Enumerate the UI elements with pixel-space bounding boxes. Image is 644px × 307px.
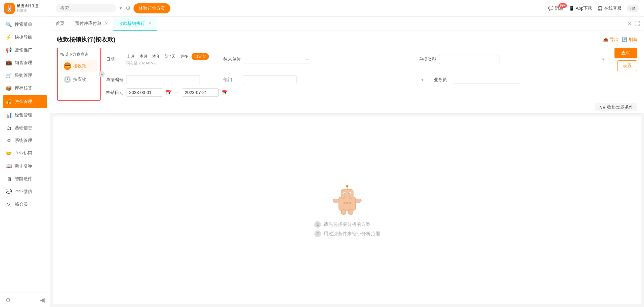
sidebar-item-label: 经营管理: [15, 112, 32, 118]
service-button[interactable]: 🎧 在线客服: [597, 5, 622, 11]
dept-chevron-icon: ▼: [421, 78, 424, 82]
close-all-tabs-icon[interactable]: ✕: [628, 20, 632, 27]
verify-date-end-input[interactable]: [182, 88, 219, 97]
dept-label: 部门: [223, 77, 240, 83]
svg-rect-6: [345, 198, 349, 199]
sidebar-item-label: 库存核算: [15, 85, 32, 91]
query-option-by-receivable[interactable]: 🕐 按应收: [60, 73, 97, 86]
filter-row-actions: 查询 设置: [614, 48, 637, 71]
doc-no-filter-group: 单据编号: [106, 75, 217, 84]
query-option-receipt-label: 按收款: [73, 63, 86, 69]
collapse-more-bar: ∧∧ 收起更多条件: [50, 101, 644, 114]
partner-filter-group: 往来单位 ···: [223, 55, 412, 63]
sidebar-menu: 🔍 搜索菜单 ⚡ 快捷导航 📢 营销推广 💼 销售管理 🛒 采购管理 📦 库存核…: [0, 17, 50, 293]
date-last-month[interactable]: 上月: [125, 53, 136, 60]
message-button[interactable]: 💬 消息 99+: [548, 5, 564, 11]
app-download-button[interactable]: 📱 App下载: [569, 5, 592, 11]
receivable-icon: 🕐: [64, 76, 71, 83]
empty-hints: 1 请先选择要分析的方案 2 用过滤条件来缩小分析范围: [314, 221, 380, 237]
verify-date-start-input[interactable]: [126, 88, 163, 97]
sidebar-item-system[interactable]: ⚙ 系统管理: [0, 134, 50, 147]
query-option-by-receipt[interactable]: 💳 按收款: [60, 60, 97, 72]
sidebar-item-hardware[interactable]: 🖥 智能硬件: [0, 172, 50, 185]
sidebar-collapse-arrow[interactable]: »: [99, 71, 105, 77]
empty-state: 1 请先选择要分析的方案 2 用过滤条件来缩小分析范围: [53, 116, 641, 304]
sidebar-item-basic[interactable]: 🗂 基础信息: [0, 121, 50, 134]
sidebar-item-inventory[interactable]: 📦 库存核算: [0, 82, 50, 95]
marketing-icon: 📢: [5, 47, 12, 53]
topbar-dropdown-arrow[interactable]: ▼: [119, 6, 123, 11]
sidebar-item-search[interactable]: 🔍 搜索菜单: [0, 18, 50, 31]
svg-point-13: [343, 202, 345, 204]
sidebar-item-finance[interactable]: 💰 资金管理: [3, 95, 47, 108]
export-button[interactable]: 📤 导出: [603, 37, 619, 43]
filter-row-2: 单据编号 部门 ▼ 业务员 ···: [106, 75, 637, 84]
sidebar-item-quick[interactable]: ⚡ 快捷导航: [0, 31, 50, 44]
svg-rect-10: [348, 210, 353, 214]
guide-icon: 📖: [5, 163, 12, 169]
sidebar-item-label: 快捷导航: [15, 34, 32, 40]
user-label: Rit: [630, 6, 635, 11]
inventory-icon: 📦: [5, 85, 12, 91]
tab-prepay[interactable]: 预付冲应付单 ✕: [70, 17, 113, 31]
svg-point-5: [349, 193, 351, 194]
tab-prepay-close-icon[interactable]: ✕: [105, 21, 108, 26]
sidebar-item-marketing[interactable]: 📢 营销推广: [0, 44, 50, 56]
sidebar-item-label: 智能硬件: [15, 176, 32, 182]
doc-type-select[interactable]: [439, 55, 499, 64]
refresh-icon: 🔄: [622, 37, 627, 42]
page-title: 收款核销执行(按收款): [57, 36, 115, 44]
tab-receipt[interactable]: 收款核销执行 ✕: [113, 17, 157, 31]
doc-type-filter-group: 单据类型 ▼: [419, 55, 608, 64]
verify-date-end-cal-icon[interactable]: 📅: [221, 90, 228, 96]
date-this-month[interactable]: 本月: [138, 53, 149, 60]
app-label: App下载: [576, 5, 592, 11]
dept-select[interactable]: [243, 75, 297, 84]
svg-rect-7: [333, 199, 339, 202]
search-icon: 🔍: [5, 21, 12, 28]
filter-row-3: 核销日期 📅 — 📅: [106, 88, 637, 97]
sidebar-item-label: 企业微信: [15, 189, 32, 195]
date-7days[interactable]: 近7天: [164, 53, 177, 60]
doc-no-label: 单据编号: [106, 77, 123, 83]
sidebar-item-purchase[interactable]: 🛒 采购管理: [0, 69, 50, 82]
settings-gear-icon[interactable]: ⚙: [5, 296, 11, 304]
topbar-search-input[interactable]: [56, 4, 116, 12]
svg-point-4: [344, 193, 345, 194]
tab-home[interactable]: 首页: [50, 17, 70, 31]
sidebar-item-member[interactable]: V 畅会员: [0, 198, 50, 211]
query-button[interactable]: 查询: [614, 48, 637, 58]
setting-button[interactable]: 设置: [617, 60, 637, 71]
query-sidebar-title: 按以下方案查询: [60, 52, 97, 57]
partner-input[interactable]: ···: [244, 55, 311, 63]
sidebar-item-operation[interactable]: 📊 经营管理: [0, 109, 50, 121]
verify-date-dash: —: [175, 90, 179, 95]
purchase-icon: 🛒: [5, 72, 12, 79]
collapse-more-arrow-icon: ∧∧: [599, 105, 606, 110]
date-more[interactable]: 更多: [179, 53, 190, 60]
sidebar-item-guide[interactable]: 📖 新手引导: [0, 160, 50, 172]
operation-icon: 📊: [5, 112, 12, 118]
doc-no-input[interactable]: [126, 75, 200, 84]
sidebar-item-label: 营销推广: [15, 47, 32, 53]
sidebar-item-sales[interactable]: 💼 销售管理: [0, 56, 50, 69]
basic-icon: 🗂: [5, 125, 12, 131]
user-avatar[interactable]: Rit: [627, 5, 639, 12]
logo-icon: 🐰: [4, 3, 15, 14]
verify-date-start-cal-icon[interactable]: 📅: [166, 90, 172, 96]
refresh-button[interactable]: 🔄 刷新: [622, 37, 637, 43]
collapse-more-button[interactable]: ∧∧ 收起更多条件: [595, 103, 637, 111]
date-custom[interactable]: 自定义: [192, 53, 209, 60]
solution-button[interactable]: 体验行业方案: [133, 3, 170, 13]
date-this-year[interactable]: 本年: [151, 53, 162, 60]
svg-rect-9: [341, 210, 346, 214]
dept-filter-group: 部门 ▼: [223, 75, 427, 84]
empty-robot-illustration: [330, 184, 364, 217]
expand-icon[interactable]: ⛶: [635, 21, 640, 27]
tab-receipt-close-icon[interactable]: ✕: [148, 21, 152, 26]
sidebar-item-collab[interactable]: 🤝 企业协同: [0, 147, 50, 160]
collapse-sidebar-icon[interactable]: ◀: [40, 296, 45, 304]
topbar-gear-icon[interactable]: ⚙: [125, 5, 131, 12]
sidebar-item-wechat[interactable]: 💬 企业微信: [0, 185, 50, 198]
staff-input[interactable]: ···: [453, 76, 520, 84]
